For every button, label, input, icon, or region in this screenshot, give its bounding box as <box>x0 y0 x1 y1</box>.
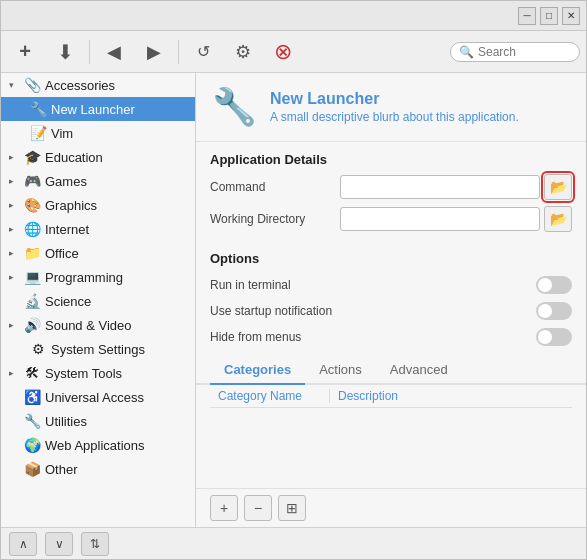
close-button[interactable]: ✕ <box>562 7 580 25</box>
remove-category-button[interactable]: − <box>244 495 272 521</box>
app-info: New Launcher A small descriptive blurb a… <box>270 90 519 124</box>
column-description[interactable]: Description <box>330 389 406 403</box>
sidebar-label-web-applications: Web Applications <box>45 438 145 453</box>
startup-notification-label: Use startup notification <box>210 304 332 318</box>
tab-actions[interactable]: Actions <box>305 356 376 385</box>
column-category-name[interactable]: Category Name <box>210 389 330 403</box>
sidebar-item-web-applications[interactable]: 🌍 Web Applications <box>1 433 195 457</box>
back-button[interactable]: ◀ <box>96 35 132 69</box>
scroll-up-button[interactable]: ∧ <box>9 532 37 556</box>
sidebar-label-science: Science <box>45 294 91 309</box>
vim-icon: 📝 <box>29 124 47 142</box>
sidebar-item-vim[interactable]: 📝 Vim <box>1 121 195 145</box>
sidebar-item-system-settings[interactable]: ⚙ System Settings <box>1 337 195 361</box>
forward-button[interactable]: ▶ <box>136 35 172 69</box>
sidebar-item-system-tools[interactable]: ▸ 🛠 System Tools <box>1 361 195 385</box>
working-dir-label: Working Directory <box>210 212 340 226</box>
options-section-title: Options <box>210 251 572 266</box>
sidebar-label-system-tools: System Tools <box>45 366 122 381</box>
search-input[interactable] <box>478 45 568 59</box>
sidebar-item-universal-access[interactable]: ♿ Universal Access <box>1 385 195 409</box>
app-subtitle: A small descriptive blurb about this app… <box>270 110 519 124</box>
sidebar-item-internet[interactable]: ▸ 🌐 Internet <box>1 217 195 241</box>
expand-icon: ▸ <box>9 368 19 378</box>
internet-icon: 🌐 <box>23 220 41 238</box>
sidebar-item-graphics[interactable]: ▸ 🎨 Graphics <box>1 193 195 217</box>
sidebar-item-programming[interactable]: ▸ 💻 Programming <box>1 265 195 289</box>
sidebar-label-office: Office <box>45 246 79 261</box>
sidebar-item-games[interactable]: ▸ 🎮 Games <box>1 169 195 193</box>
sidebar-label-internet: Internet <box>45 222 89 237</box>
add-category-button[interactable]: + <box>210 495 238 521</box>
command-input[interactable] <box>340 175 540 199</box>
expand-icon: ▸ <box>9 200 19 210</box>
sidebar-item-utilities[interactable]: 🔧 Utilities <box>1 409 195 433</box>
minimize-button[interactable]: ─ <box>518 7 536 25</box>
window-bottom-bar: ∧ ∨ ⇅ <box>1 527 586 559</box>
sidebar-item-other[interactable]: 📦 Other <box>1 457 195 481</box>
working-dir-input[interactable] <box>340 207 540 231</box>
working-dir-input-area: 📂 <box>340 206 572 232</box>
main-window: ─ □ ✕ + ⬇ ◀ ▶ ↺ ⚙ ⊗ 🔍 ▾ 📎 Accessories <box>0 0 587 560</box>
search-icon: 🔍 <box>459 45 474 59</box>
options-section: Options Run in terminal Use startup noti… <box>196 247 586 356</box>
games-icon: 🎮 <box>23 172 41 190</box>
web-applications-icon: 🌍 <box>23 436 41 454</box>
refresh-button[interactable]: ↺ <box>185 35 221 69</box>
sidebar: ▾ 📎 Accessories 🔧 New Launcher 📝 Vim ▸ 🎓… <box>1 73 196 527</box>
folder-icon: 📂 <box>550 179 567 195</box>
details-section-title: Application Details <box>210 152 572 167</box>
app-header: 🔧 New Launcher A small descriptive blurb… <box>196 73 586 142</box>
grid-button[interactable]: ⊞ <box>278 495 306 521</box>
hide-from-menus-toggle[interactable] <box>536 328 572 346</box>
tab-categories[interactable]: Categories <box>210 356 305 385</box>
delete-icon[interactable]: ⊗ <box>265 35 301 69</box>
system-settings-icon: ⚙ <box>29 340 47 358</box>
education-icon: 🎓 <box>23 148 41 166</box>
accessories-icon: 📎 <box>23 76 41 94</box>
sidebar-item-science[interactable]: 🔬 Science <box>1 289 195 313</box>
window-controls: ─ □ ✕ <box>518 7 580 25</box>
command-browse-button[interactable]: 📂 <box>544 174 572 200</box>
command-row: Command 📂 <box>210 173 572 201</box>
toolbar: + ⬇ ◀ ▶ ↺ ⚙ ⊗ 🔍 <box>1 31 586 73</box>
sidebar-label-vim: Vim <box>51 126 73 141</box>
sidebar-label-new-launcher: New Launcher <box>51 102 135 117</box>
sidebar-item-new-launcher[interactable]: 🔧 New Launcher <box>1 97 195 121</box>
app-icon-large: 🔧 <box>210 83 258 131</box>
toolbar-separator-1 <box>89 40 90 64</box>
settings-icon[interactable]: ⚙ <box>225 35 261 69</box>
tab-advanced[interactable]: Advanced <box>376 356 462 385</box>
main-content: ▾ 📎 Accessories 🔧 New Launcher 📝 Vim ▸ 🎓… <box>1 73 586 527</box>
scroll-down-button[interactable]: ∨ <box>45 532 73 556</box>
sidebar-item-sound-video[interactable]: ▸ 🔊 Sound & Video <box>1 313 195 337</box>
working-dir-row: Working Directory 📂 <box>210 205 572 233</box>
office-icon: 📁 <box>23 244 41 262</box>
sort-button[interactable]: ⇅ <box>81 532 109 556</box>
sidebar-item-office[interactable]: ▸ 📁 Office <box>1 241 195 265</box>
add-button[interactable]: + <box>7 35 43 69</box>
sidebar-label-accessories: Accessories <box>45 78 115 93</box>
sidebar-label-sound-video: Sound & Video <box>45 318 132 333</box>
sidebar-item-education[interactable]: ▸ 🎓 Education <box>1 145 195 169</box>
sidebar-label-graphics: Graphics <box>45 198 97 213</box>
graphics-icon: 🎨 <box>23 196 41 214</box>
expand-icon: ▸ <box>9 248 19 258</box>
install-button[interactable]: ⬇ <box>47 35 83 69</box>
sidebar-label-system-settings: System Settings <box>51 342 145 357</box>
expand-icon: ▸ <box>9 176 19 186</box>
sound-video-icon: 🔊 <box>23 316 41 334</box>
titlebar: ─ □ ✕ <box>1 1 586 31</box>
other-icon: 📦 <box>23 460 41 478</box>
startup-notification-row: Use startup notification <box>210 298 572 324</box>
programming-icon: 💻 <box>23 268 41 286</box>
science-icon: 🔬 <box>23 292 41 310</box>
command-label: Command <box>210 180 340 194</box>
working-dir-browse-button[interactable]: 📂 <box>544 206 572 232</box>
sidebar-label-programming: Programming <box>45 270 123 285</box>
table-header: Category Name Description <box>210 385 572 408</box>
startup-notification-toggle[interactable] <box>536 302 572 320</box>
sidebar-item-accessories[interactable]: ▾ 📎 Accessories <box>1 73 195 97</box>
maximize-button[interactable]: □ <box>540 7 558 25</box>
run-in-terminal-toggle[interactable] <box>536 276 572 294</box>
